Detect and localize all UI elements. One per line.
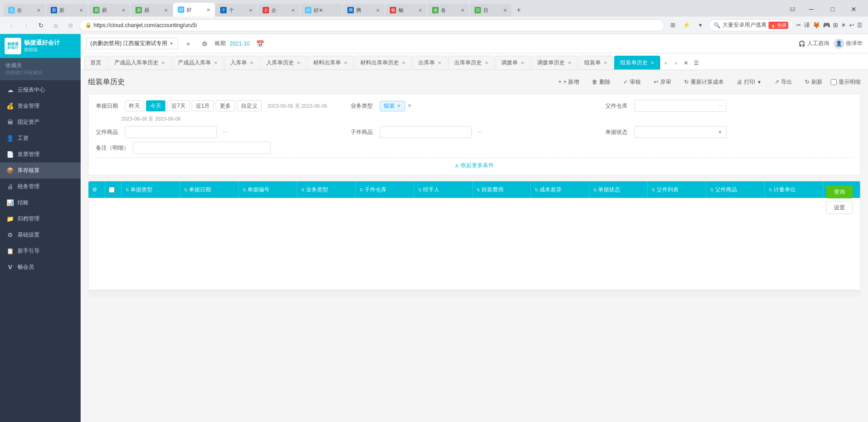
tab-close-4[interactable]: ✕ <box>164 8 168 13</box>
scissors-icon[interactable]: ✂ <box>796 22 801 29</box>
user-info[interactable]: 👤 徐泽华 <box>834 39 862 49</box>
reload-button[interactable]: ↻ <box>35 19 47 31</box>
audit-button[interactable]: ✓ 审核 <box>619 75 645 88</box>
col-disassembly-fee[interactable]: ⇅ 拆装费用 <box>473 181 531 198</box>
browser-tab-2[interactable]: 新 新 ✕ <box>46 4 88 17</box>
browser-tab-11[interactable]: 各 各 ✕ <box>428 4 469 17</box>
sidebar-header[interactable]: 畅捷通好会计 畅捷通好会计 旗舰版 <box>0 34 81 58</box>
print-button[interactable]: 🖨 打印 ▼ <box>732 75 766 88</box>
last7days-button[interactable]: 近7天 <box>167 100 190 111</box>
show-detail-checkbox[interactable]: 显示明细 <box>831 78 861 86</box>
col-voucher-date[interactable]: ⇅ 单据日期 <box>180 181 239 198</box>
col-voucher-status[interactable]: ⇅ 单据状态 <box>589 181 648 198</box>
tab-close-icon[interactable]: ✕ <box>651 60 654 65</box>
tab-close-icon[interactable]: ✕ <box>402 60 405 65</box>
brightness-icon[interactable]: ☀ <box>841 22 846 29</box>
grid-checkbox-column[interactable] <box>105 181 122 198</box>
grid-settings-column[interactable]: ⚙ <box>88 181 105 198</box>
tab-close-5[interactable]: ✕ <box>206 7 210 12</box>
search-box[interactable]: 🔍 大量安卓用户逃离 🔥 热搜 <box>709 19 793 31</box>
tab-close-7[interactable]: ✕ <box>291 8 295 13</box>
tab-prev-arrow[interactable]: ‹ <box>661 57 670 69</box>
browser-tab-10[interactable]: 畅 畅 ✕ <box>385 4 427 17</box>
yesterday-button[interactable]: 昨天 <box>125 100 144 111</box>
tab-product-inbound[interactable]: 产成品入库单 ✕ <box>172 56 223 69</box>
browser-tab-8[interactable]: 好 好✕ <box>300 4 342 17</box>
browser-tab-9[interactable]: 腾 腾 ✕ <box>343 4 384 17</box>
tab-close-2[interactable]: ✕ <box>79 8 83 13</box>
tab-next-arrow[interactable]: › <box>671 57 680 69</box>
tab-close-icon[interactable]: ✕ <box>250 60 253 65</box>
tab-close-icon[interactable]: ✕ <box>214 60 217 65</box>
col-parent-goods[interactable]: ⇅ 父件商品 <box>706 181 765 198</box>
tab-material-outbound[interactable]: 材料出库单 ✕ <box>307 56 353 69</box>
col-voucher-no[interactable]: ⇅ 单据编号 <box>239 181 297 198</box>
bookmark-sub[interactable]: 快捷键打开收藏夹 <box>6 69 75 76</box>
sidebar-item-payroll[interactable]: 👤 工资 <box>0 130 81 146</box>
tab-close-icon[interactable]: ✕ <box>604 60 607 65</box>
sidebar-item-fund[interactable]: 💰 资金管理 <box>0 98 81 114</box>
col-cost-diff[interactable]: ⇅ 成本差异 <box>531 181 589 198</box>
tab-outbound[interactable]: 出库单 ✕ <box>412 56 447 69</box>
new-tab-button[interactable]: + <box>512 4 525 17</box>
tab-close-icon[interactable]: ✕ <box>568 60 571 65</box>
address-bar[interactable]: 🔒 https://cloud.chanjet.com/accounting/u… <box>79 19 664 31</box>
col-handler[interactable]: ⇅ 经手人 <box>414 181 473 198</box>
sidebar-item-guide[interactable]: 📋 新手引导 <box>0 243 81 259</box>
sidebar-item-inventory[interactable]: 📦 库存核算 <box>0 162 81 179</box>
business-type-tag-close[interactable]: ✕ <box>397 103 401 109</box>
sidebar-item-closing[interactable]: 📊 结账 <box>0 195 81 211</box>
period-value[interactable]: 2021-10 <box>229 40 250 47</box>
tab-transfer-history[interactable]: 调拨单历史 ✕ <box>531 56 577 69</box>
tab-close-icon[interactable]: ✕ <box>485 60 488 65</box>
star-button[interactable]: ☆ <box>65 19 76 31</box>
maximize-button[interactable]: □ <box>822 2 843 17</box>
tab-close-11[interactable]: ✕ <box>461 8 464 13</box>
sidebar-item-fixed-assets[interactable]: 🏛 固定资产 <box>0 114 81 130</box>
parent-goods-more[interactable]: ··· <box>221 129 229 135</box>
calendar-button[interactable]: 📅 <box>253 37 266 50</box>
abandon-button[interactable]: ↩ 弃审 <box>649 75 676 88</box>
tab-close-1[interactable]: ✕ <box>37 8 41 13</box>
tab-close-6[interactable]: ✕ <box>249 8 252 13</box>
col-voucher-type[interactable]: ⇅ 单据类型 <box>122 181 180 198</box>
bookmark-title[interactable]: 收藏夹 <box>6 62 75 69</box>
tab-close-3[interactable]: ✕ <box>122 8 125 13</box>
tab-more-options[interactable]: ☰ <box>692 57 701 69</box>
sidebar-item-archive[interactable]: 📁 归档管理 <box>0 211 81 227</box>
tab-close-icon[interactable]: ✕ <box>297 60 300 65</box>
minimize-button[interactable]: ─ <box>801 2 822 17</box>
show-detail-input[interactable] <box>831 79 837 85</box>
tab-assembly[interactable]: 组装单 ✕ <box>578 56 613 69</box>
tab-close-12[interactable]: ✕ <box>503 8 507 13</box>
browser-tab-5[interactable]: 好 好 ✕ <box>173 3 215 17</box>
recalculate-button[interactable]: ↻ 重新计算成本 <box>680 75 728 88</box>
browser-apps-icon[interactable]: ⊞ <box>667 20 678 31</box>
browser-tab-12[interactable]: 目 目 ✕ <box>470 4 511 17</box>
browser-tab-4[interactable]: 易 易 ✕ <box>131 4 172 17</box>
tab-assembly-history[interactable]: 组装单历史 ✕ <box>614 56 660 69</box>
sidebar-item-vip[interactable]: V 畅会员 <box>0 259 81 275</box>
tab-close-icon[interactable]: ✕ <box>161 60 165 65</box>
tab-product-inbound-history[interactable]: 产成品入库单历史 ✕ <box>108 56 171 69</box>
sidebar-item-tax[interactable]: 🖨 税务管理 <box>0 179 81 195</box>
tab-close-10[interactable]: ✕ <box>418 8 422 13</box>
undo-icon[interactable]: ↩ <box>849 22 854 29</box>
last1month-button[interactable]: 近1月 <box>192 100 214 111</box>
game-icon[interactable]: 🎮 <box>823 22 830 29</box>
tab-home[interactable]: 首页 <box>84 56 107 69</box>
collapse-button[interactable]: ∧ 收起更多条件 <box>455 162 494 169</box>
scrollbar-area[interactable] <box>88 290 861 297</box>
parent-warehouse-select[interactable]: ··· <box>634 100 727 112</box>
col-business-type[interactable]: ⇅ 业务类型 <box>297 181 356 198</box>
menu-icon[interactable]: ☰ <box>857 22 862 29</box>
remarks-input[interactable] <box>133 142 271 154</box>
query-button[interactable]: 查询 <box>826 185 853 198</box>
refresh-button[interactable]: ↻ 刷新 <box>800 75 827 88</box>
grid-icon[interactable]: ⊞ <box>833 22 838 29</box>
today-button[interactable]: 今天 <box>146 100 165 111</box>
delete-button[interactable]: 🗑 删除 <box>587 75 615 88</box>
more-date-button[interactable]: 更多 <box>216 100 235 111</box>
col-unit[interactable]: ⇅ 计量单位 <box>765 181 823 198</box>
tab-transfer[interactable]: 调拨单 ✕ <box>495 56 530 69</box>
